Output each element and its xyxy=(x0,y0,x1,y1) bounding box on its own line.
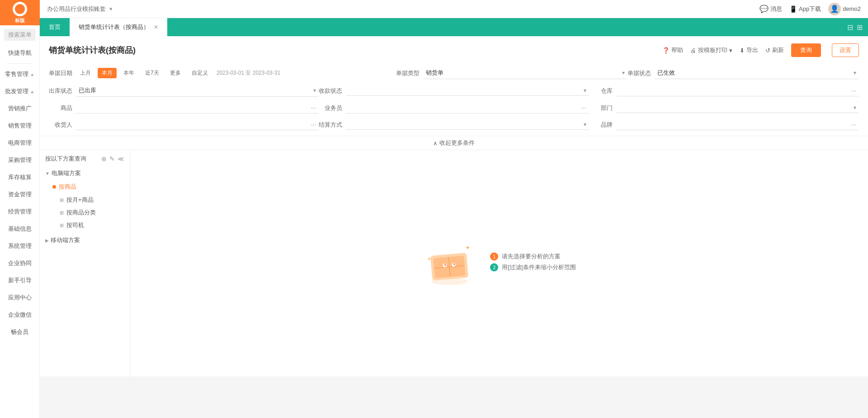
search-menu[interactable]: 搜索菜单 xyxy=(4,29,36,41)
receiver-dots-icon[interactable]: ··· xyxy=(311,121,316,128)
salesperson-dots-icon[interactable]: ··· xyxy=(581,104,586,111)
sidebar-item-member[interactable]: 畅会员 xyxy=(0,323,40,341)
sidebar-item-newbie[interactable]: 新手引导 xyxy=(0,272,40,289)
date-btn-custom[interactable]: 自定义 xyxy=(188,68,212,78)
sidebar: 标版 搜索菜单 快捷导航 零售管理 ▲ 批发管理 ▲ 营销推广 销售管理 电商管… xyxy=(0,0,40,418)
help-icon: ❓ xyxy=(662,47,670,54)
scheme-panel-icons: ⊕ ✎ ≪ xyxy=(101,155,124,162)
date-btn-lastmonth[interactable]: 上月 xyxy=(76,68,95,78)
tab-sales-stat[interactable]: 销货单统计计表（按商品） ✕ xyxy=(70,18,167,36)
department-select[interactable]: ▾ xyxy=(616,103,859,113)
scheme-group-pc-arrow: ▼ xyxy=(45,171,50,176)
sidebar-item-purchase[interactable]: 采购管理 xyxy=(0,152,40,169)
tab-close-icon[interactable]: ✕ xyxy=(154,24,158,30)
tab-sales-stat-label: 销货单统计计表（按商品） xyxy=(79,23,149,31)
doctype-select[interactable]: 销货单 ▾ xyxy=(423,67,627,79)
paymentstatus-select[interactable]: ▾ xyxy=(346,86,589,96)
help-btn[interactable]: ❓ 帮助 xyxy=(662,46,683,54)
paymentstatus-arrow-icon: ▾ xyxy=(584,87,586,94)
scheme-item-by-product[interactable]: 按商品 xyxy=(40,180,130,194)
warehouse-input[interactable]: ··· xyxy=(616,85,859,96)
scheme-group-pc-header[interactable]: ▼ 电脑端方案 xyxy=(40,166,130,180)
sidebar-item-corpwechat[interactable]: 企业微信 xyxy=(0,306,40,323)
scheme-edit-icon[interactable]: ✎ xyxy=(109,155,115,162)
scheme-group-mobile-arrow: ▶ xyxy=(45,238,49,243)
sidebar-item-system[interactable]: 系统管理 xyxy=(0,238,40,255)
scheme-sub-item-by-cashier[interactable]: ⊞ 按司机 xyxy=(40,219,130,232)
query-button[interactable]: 查询 xyxy=(791,43,821,57)
sidebar-item-marketing[interactable]: 营销推广 xyxy=(0,100,40,117)
filter-row-1: 单据日期 上月 本月 本年 近7天 更多 自定义 2023-03-01 至 20… xyxy=(49,67,859,79)
sidebar-item-retail[interactable]: 零售管理 ▲ xyxy=(0,66,40,83)
tab-minimize-icon[interactable]: ⊟ xyxy=(847,23,853,32)
warehouse-dots-icon[interactable]: ··· xyxy=(851,87,856,94)
receiver-input[interactable]: ··· xyxy=(76,119,319,130)
export-btn[interactable]: ⬇ 导出 xyxy=(740,46,758,54)
sidebar-item-operations[interactable]: 经营管理 xyxy=(0,203,40,220)
collapse-btn[interactable]: ∧ 收起更多条件 xyxy=(40,136,868,150)
docstatus-select[interactable]: 已生效 ▾ xyxy=(655,67,859,79)
brand-input[interactable]: ··· xyxy=(616,119,859,130)
scheme-group-mobile: ▶ 移动端方案 xyxy=(40,233,130,247)
scheme-group-pc-label: 电脑端方案 xyxy=(52,169,81,177)
filter-department: 部门 ▾ xyxy=(589,103,859,113)
sidebar-item-wholesale[interactable]: 批发管理 ▲ xyxy=(0,83,40,100)
tab-maximize-icon[interactable]: ⊞ xyxy=(857,23,863,32)
scheme-sub-item-by-month-product[interactable]: ⊞ 按月+商品 xyxy=(40,194,130,206)
empty-hint-1: 1 请先选择要分析的方案 xyxy=(490,252,576,261)
sidebar-item-enterprise[interactable]: 企业协同 xyxy=(0,255,40,272)
goods-dots-icon[interactable]: ··· xyxy=(311,104,316,111)
page: 销货单统计计表(按商品) ❓ 帮助 🖨 按模板打印 ▾ ⬇ 导出 xyxy=(40,36,868,418)
warehouse-label: 仓库 xyxy=(589,87,616,95)
app-download-btn[interactable]: 📱 App下载 xyxy=(789,5,821,13)
dropdown-arrow[interactable]: ▾ xyxy=(109,5,113,12)
svg-text:✦: ✦ xyxy=(427,256,432,262)
filter-settlement: 结算方式 ▾ xyxy=(319,119,589,130)
messages-btn[interactable]: 💬 消息 xyxy=(760,5,782,13)
tab-home[interactable]: 首页 xyxy=(40,18,70,36)
filter-date: 单据日期 上月 本月 本年 近7天 更多 自定义 2023-03-01 至 20… xyxy=(49,68,396,78)
date-btn-thismonth[interactable]: 本月 xyxy=(98,68,117,78)
scheme-collapse-icon[interactable]: ≪ xyxy=(118,155,124,162)
page-title: 销货单统计计表(按商品) xyxy=(49,45,136,56)
sidebar-item-inventory[interactable]: 库存核算 xyxy=(0,169,40,186)
date-btn-thisyear[interactable]: 本年 xyxy=(119,68,138,78)
sidebar-item-ecom[interactable]: 电商管理 xyxy=(0,134,40,152)
empty-num-2: 2 xyxy=(490,263,498,271)
sidebar-item-quicknav[interactable]: 快捷导航 xyxy=(0,44,40,62)
brand-label: 品牌 xyxy=(589,121,616,129)
empty-illustration: ✦ ✦ xyxy=(422,236,476,290)
active-dot-icon xyxy=(52,185,56,189)
outstatus-select[interactable]: 已出库 ▾ xyxy=(76,85,319,97)
settings-button[interactable]: 设置 xyxy=(832,43,859,57)
paymentstatus-label: 收款状态 xyxy=(319,87,346,95)
scheme-group-mobile-header[interactable]: ▶ 移动端方案 xyxy=(40,233,130,247)
brand-dots-icon[interactable]: ··· xyxy=(851,121,856,128)
scheme-sub-item-by-category[interactable]: ⊞ 按商品分类 xyxy=(40,206,130,219)
filter-row-2: 出库状态 已出库 ▾ 收款状态 ▾ 仓库 xyxy=(49,85,859,97)
date-filter: 上月 本月 本年 近7天 更多 自定义 2023-03-01 至 2023-03… xyxy=(76,68,396,78)
data-area: ✦ ✦ 1 请先选择要分析的方案 2 用[过滤]条件来缩小分析范围 xyxy=(130,150,868,376)
sidebar-logo: 标版 xyxy=(0,0,40,25)
docstatus-value: 已生效 xyxy=(657,69,675,77)
salesperson-input[interactable]: ··· xyxy=(346,102,589,114)
user-menu[interactable]: 👤 demo2 xyxy=(828,3,861,15)
print-btn[interactable]: 🖨 按模板打印 ▾ xyxy=(690,46,732,54)
settlement-label: 结算方式 xyxy=(319,121,346,129)
refresh-btn[interactable]: ↺ 刷新 xyxy=(765,46,784,54)
sidebar-item-sales[interactable]: 销售管理 xyxy=(0,117,40,134)
print-icon: 🖨 xyxy=(690,47,696,54)
scheme-panel: 按以下方案查询 ⊕ ✎ ≪ ▼ 电脑端方案 xyxy=(40,150,130,376)
date-btn-7days[interactable]: 近7天 xyxy=(141,68,163,78)
sidebar-item-apps[interactable]: 应用中心 xyxy=(0,289,40,306)
collapse-label: 收起更多条件 xyxy=(439,139,475,147)
department-arrow-icon: ▾ xyxy=(854,104,856,111)
page-inner: 销货单统计计表(按商品) ❓ 帮助 🖨 按模板打印 ▾ ⬇ 导出 xyxy=(40,36,868,376)
sidebar-item-finance[interactable]: 资金管理 xyxy=(0,186,40,203)
scheme-add-icon[interactable]: ⊕ xyxy=(101,155,107,162)
date-btn-more[interactable]: 更多 xyxy=(166,68,185,78)
sidebar-item-basics[interactable]: 基础信息 xyxy=(0,220,40,238)
goods-input[interactable]: ··· xyxy=(76,102,319,114)
topbar-left: 办公用品行业模拟账套 ▾ xyxy=(47,5,113,13)
settlement-select[interactable]: ▾ xyxy=(346,119,589,130)
